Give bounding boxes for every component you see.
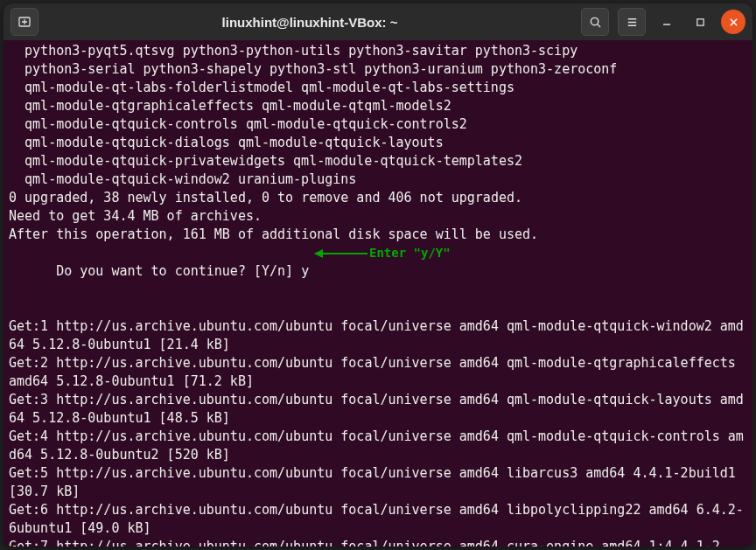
package-line: python3-serial python3-shapely python3-s…: [9, 60, 747, 79]
summary-line: 0 upgraded, 38 newly installed, 0 to rem…: [9, 189, 747, 207]
new-tab-button[interactable]: [10, 8, 38, 36]
prompt-text: Do you want to continue? [Y/n] y: [56, 263, 309, 279]
svg-rect-9: [696, 18, 703, 24]
close-button[interactable]: [721, 10, 746, 34]
maximize-button[interactable]: [688, 10, 712, 34]
arrow-icon: [315, 253, 368, 254]
svg-point-3: [591, 17, 598, 24]
summary-line: After this operation, 161 MB of addition…: [9, 226, 747, 244]
download-line: Get:6 http://us.archive.ubuntu.com/ubunt…: [9, 501, 747, 538]
tutorial-annotation: Enter "y/Y": [315, 244, 451, 262]
svg-line-4: [597, 24, 599, 26]
download-line: Get:3 http://us.archive.ubuntu.com/ubunt…: [9, 391, 747, 428]
titlebar: linuxhint@linuxhint-VBox: ~: [4, 3, 752, 40]
terminal-window: linuxhint@linuxhint-VBox: ~ python3-pyqt…: [4, 3, 752, 547]
download-line: Get:1 http://us.archive.ubuntu.com/ubunt…: [9, 317, 747, 354]
search-button[interactable]: [581, 8, 609, 36]
terminal-content[interactable]: python3-pyqt5.qtsvg python3-python-utils…: [4, 40, 752, 547]
annotation-text: Enter "y/Y": [369, 244, 451, 262]
package-line: qml-module-qtquick-dialogs qml-module-qt…: [9, 134, 747, 152]
minimize-button[interactable]: [654, 10, 679, 34]
package-line: qml-module-qtquick-controls qml-module-q…: [9, 115, 747, 134]
download-line: Get:2 http://us.archive.ubuntu.com/ubunt…: [9, 354, 747, 391]
download-line: Get:4 http://us.archive.ubuntu.com/ubunt…: [9, 428, 747, 464]
continue-prompt: Do you want to continue? [Y/n] y Enter "…: [9, 244, 747, 317]
package-line: qml-module-qt-labs-folderlistmodel qml-m…: [9, 79, 747, 97]
hamburger-menu-button[interactable]: [618, 8, 646, 36]
summary-line: Need to get 34.4 MB of archives.: [9, 207, 747, 226]
package-line: qml-module-qtquick-window2 uranium-plugi…: [9, 171, 747, 189]
package-line: qml-module-qtgraphicaleffects qml-module…: [9, 97, 747, 115]
package-line: python3-pyqt5.qtsvg python3-python-utils…: [9, 42, 747, 60]
window-title: linuxhint@linuxhint-VBox: ~: [44, 15, 576, 30]
download-line: Get:5 http://us.archive.ubuntu.com/ubunt…: [9, 464, 747, 501]
download-line: Get:7 http://us.archive.ubuntu.com/ubunt…: [9, 538, 747, 547]
package-line: qml-module-qtquick-privatewidgets qml-mo…: [9, 152, 747, 171]
